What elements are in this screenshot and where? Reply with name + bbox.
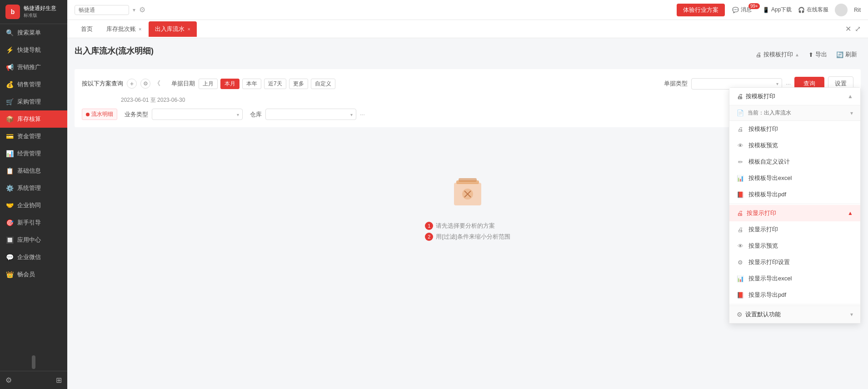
sidebar-item-label: 营销推广 xyxy=(17,63,41,71)
current-template-arrow[interactable]: ▾ xyxy=(850,110,853,116)
collapse-sidebar-icon[interactable]: ⊞ xyxy=(56,376,62,384)
dropdown-display-preview[interactable]: 👁 按显示预览 xyxy=(729,238,860,254)
filter-tag-label: 流水明细 xyxy=(91,110,113,118)
app-download-item[interactable]: 📱 App下载 xyxy=(763,6,792,14)
sidebar-item-search[interactable]: 🔍 搜索菜单 xyxy=(0,24,67,41)
sidebar-item-sales[interactable]: 💰 销售管理 xyxy=(0,76,67,93)
user-avatar[interactable] xyxy=(835,4,848,16)
export-btn[interactable]: ⬆ 导出 xyxy=(805,49,831,60)
search-label: 按以下方案查询 xyxy=(82,80,123,88)
app-name: 畅捷通好生意 xyxy=(24,5,56,12)
sidebar-item-cooperation[interactable]: 🤝 企业协同 xyxy=(0,197,67,214)
sidebar-item-apps[interactable]: 🔲 应用中心 xyxy=(0,231,67,249)
sidebar-item-system[interactable]: ⚙️ 系统管理 xyxy=(0,180,67,197)
cooperation-icon: 🤝 xyxy=(5,201,14,209)
template-export-pdf-label: 按模板导出pdf xyxy=(748,190,786,199)
sidebar-item-basic[interactable]: 📋 基础信息 xyxy=(0,162,67,180)
system-icon: ⚙️ xyxy=(5,184,14,192)
date-last-7-btn[interactable]: 近7天 xyxy=(264,79,286,89)
default-settings-item[interactable]: ⚙ 设置默认功能 xyxy=(737,310,781,319)
display-printer-icon: 🖨 xyxy=(737,226,744,233)
date-last-month-btn[interactable]: 上月 xyxy=(199,79,218,89)
default-settings-icon: ⚙ xyxy=(737,311,743,318)
print-btn[interactable]: 🖨 按模板打印 ▲ xyxy=(752,49,803,60)
collapse-filter-btn[interactable]: 《 xyxy=(154,80,160,88)
message-item[interactable]: 💬 消息 99+ xyxy=(732,6,756,14)
date-range-text: 2023-06-01 至 2023-06-30 xyxy=(121,97,185,103)
breadcrumb-input[interactable] xyxy=(75,5,129,15)
page-content: 出入库流水(流水明细) 🖨 按模板打印 ▲ ⬆ 导出 🔄 刷新 xyxy=(67,38,868,389)
display-section-arrow[interactable]: ▲ xyxy=(848,210,853,216)
page-title: 出入库流水(流水明细) xyxy=(75,45,154,56)
date-this-month-btn[interactable]: 本月 xyxy=(220,79,239,89)
sidebar-item-finance[interactable]: 💳 资金管理 xyxy=(0,128,67,145)
dropdown-display-export-pdf[interactable]: 📕 按显示导出pdf xyxy=(729,287,860,303)
pdf-icon: 📕 xyxy=(737,191,744,198)
tab-flow-close[interactable]: × xyxy=(187,26,190,32)
sidebar-footer: ⚙ ⊞ xyxy=(0,371,67,389)
tab-home[interactable]: 首页 xyxy=(75,21,99,37)
purchase-icon: 🛒 xyxy=(5,98,14,106)
sidebar-item-guide[interactable]: 🎯 新手引导 xyxy=(0,214,67,231)
dropdown-display-export-excel[interactable]: 📊 按显示导出excel xyxy=(729,270,860,287)
gear-icon[interactable]: ⚙ xyxy=(139,5,145,14)
date-more-btn[interactable]: 更多 xyxy=(289,79,308,89)
template-preview-label: 按模板预览 xyxy=(748,141,778,150)
filter-settings-btn[interactable]: ⚙ xyxy=(140,79,150,89)
warehouse-select[interactable] xyxy=(265,109,356,120)
dropdown-up-arrow[interactable]: ▲ xyxy=(848,93,853,100)
logo-icon: b xyxy=(5,5,20,19)
dropdown-template-export-excel[interactable]: 📊 按模板导出excel xyxy=(729,170,860,186)
sidebar-item-marketing[interactable]: 📢 营销推广 xyxy=(0,59,67,76)
preview-icon: 👁 xyxy=(737,142,744,149)
sidebar-item-wechat[interactable]: 💬 企业微信 xyxy=(0,249,67,266)
warehouse-more-icon[interactable]: ··· xyxy=(360,111,365,118)
tab-inventory-batch[interactable]: 库存批次账 × xyxy=(100,21,148,37)
sidebar-item-label: 资金管理 xyxy=(17,132,41,140)
date-custom-btn[interactable]: 自定义 xyxy=(311,79,335,89)
date-this-year-btn[interactable]: 本年 xyxy=(242,79,261,89)
sidebar-item-label: 搜索菜单 xyxy=(17,29,41,37)
doc-type-more-icon[interactable]: ··· xyxy=(786,80,791,87)
refresh-btn[interactable]: 🔄 刷新 xyxy=(833,49,861,60)
trial-btn[interactable]: 体验行业方案 xyxy=(677,4,725,16)
close-all-icon[interactable]: ✕ xyxy=(845,25,851,33)
display-print-label: 按显示打印 xyxy=(748,225,778,234)
expand-icon[interactable]: ⤢ xyxy=(855,25,861,33)
sidebar-item-operations[interactable]: 📊 经营管理 xyxy=(0,145,67,162)
tab-flow[interactable]: 出入库流水 × xyxy=(149,21,196,37)
dropdown-display-print[interactable]: 🖨 按显示打印 xyxy=(729,221,860,238)
app-logo: b 畅捷通好生意 标准版 xyxy=(0,0,67,24)
sidebar-item-quick-nav[interactable]: ⚡ 快捷导航 xyxy=(0,41,67,59)
sidebar: b 畅捷通好生意 标准版 🔍 搜索菜单 ⚡ 快捷导航 📢 营销推广 💰 销售管理… xyxy=(0,0,67,389)
sidebar-item-purchase[interactable]: 🛒 采购管理 xyxy=(0,93,67,110)
dropdown-display-print-settings[interactable]: ⚙ 按显示打印设置 xyxy=(729,254,860,270)
online-service-item[interactable]: 🎧 在线客服 xyxy=(798,6,828,14)
warehouse-field: 仓库 ▾ ··· xyxy=(250,109,365,120)
biz-type-label: 业务类型 xyxy=(125,110,148,119)
message-badge: 99+ xyxy=(748,3,760,9)
dropdown-chevron-icon[interactable]: ▾ xyxy=(133,7,135,13)
display-print-settings-label: 按显示打印设置 xyxy=(748,258,790,266)
dropdown-header: 🖨 按模板打印 ▲ xyxy=(729,88,860,105)
biz-type-select[interactable] xyxy=(152,109,243,120)
app-download-label: App下载 xyxy=(771,6,792,14)
dropdown-template-custom[interactable]: ✏ 模板自定义设计 xyxy=(729,154,860,170)
dropdown-template-export-pdf[interactable]: 📕 按模板导出pdf xyxy=(729,186,860,203)
add-filter-btn[interactable]: + xyxy=(127,79,137,89)
biz-type-field: 业务类型 ▾ xyxy=(125,109,243,120)
header-actions: 体验行业方案 💬 消息 99+ 📱 App下载 🎧 在线客服 Rit xyxy=(677,4,861,16)
display-print-section-header: 🖨 按显示打印 ▲ xyxy=(729,205,860,221)
header-left: ▾ ⚙ xyxy=(75,5,145,15)
sidebar-item-inventory[interactable]: 📦 库存核算 xyxy=(0,110,67,128)
doc-icon: 📄 xyxy=(737,110,744,116)
tab-inventory-batch-close[interactable]: × xyxy=(139,26,141,32)
template-custom-label: 模板自定义设计 xyxy=(748,158,790,166)
tip-2-text: 用[过滤]条件来缩小分析范围 xyxy=(436,233,510,241)
settings-footer-icon[interactable]: ⚙ xyxy=(5,376,12,384)
dropdown-template-print[interactable]: 🖨 按模板打印 xyxy=(729,121,860,137)
display-section-title: 🖨 按显示打印 xyxy=(737,209,776,217)
dropdown-bottom[interactable]: ⚙ 设置默认功能 ▾ xyxy=(729,305,860,323)
dropdown-template-preview[interactable]: 👁 按模板预览 xyxy=(729,137,860,154)
sidebar-item-member[interactable]: 👑 畅会员 xyxy=(0,266,67,283)
